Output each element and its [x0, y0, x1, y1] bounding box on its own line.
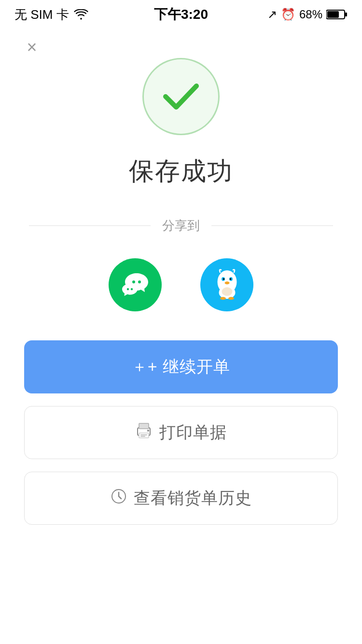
sim-text: 无 SIM 卡 — [14, 6, 69, 23]
share-divider: 分享到 — [0, 217, 362, 234]
divider-line-left — [29, 225, 151, 226]
close-button[interactable]: × — [19, 35, 44, 60]
status-left: 无 SIM 卡 — [14, 6, 88, 23]
checkmark-icon — [162, 82, 200, 111]
svg-point-17 — [228, 297, 234, 300]
share-icons-row — [109, 258, 253, 311]
svg-point-12 — [229, 278, 231, 280]
svg-rect-1 — [345, 13, 347, 16]
print-icon — [135, 422, 153, 443]
action-buttons: ＋ + 继续开单 打印单据 — [0, 340, 362, 525]
continue-icon: ＋ — [132, 356, 148, 378]
close-icon: × — [27, 39, 37, 56]
svg-rect-2 — [327, 11, 339, 18]
svg-rect-20 — [139, 433, 149, 438]
print-button[interactable]: 打印单据 — [24, 406, 338, 459]
battery-text: 68% — [299, 8, 322, 21]
svg-point-4 — [132, 280, 135, 283]
continue-button[interactable]: ＋ + 继续开单 — [24, 340, 338, 393]
svg-point-6 — [127, 288, 129, 290]
print-label: 打印单据 — [159, 421, 227, 444]
share-section: 分享到 — [0, 217, 362, 311]
continue-label: + 继续开单 — [148, 356, 230, 378]
svg-point-7 — [131, 288, 133, 290]
success-title: 保存成功 — [129, 154, 233, 188]
history-button[interactable]: 查看销货单历史 — [24, 472, 338, 525]
qq-share-button[interactable] — [200, 258, 253, 311]
alarm-icon: ⏰ — [281, 8, 295, 21]
svg-rect-21 — [140, 434, 147, 435]
history-icon — [111, 488, 127, 508]
main-content: 保存成功 分享到 — [0, 29, 362, 525]
location-icon: ↗ — [267, 8, 277, 21]
wifi-icon — [74, 9, 88, 20]
qq-icon — [211, 267, 243, 302]
svg-point-16 — [220, 297, 226, 300]
svg-rect-19 — [139, 423, 149, 429]
svg-point-10 — [223, 278, 224, 280]
wechat-icon — [118, 271, 152, 299]
divider-line-right — [211, 225, 333, 226]
svg-point-13 — [224, 281, 229, 284]
svg-point-15 — [222, 287, 232, 296]
status-bar: 无 SIM 卡 下午3:20 ↗ ⏰ 68% — [0, 0, 362, 29]
status-right: ↗ ⏰ 68% — [267, 8, 348, 21]
wechat-share-button[interactable] — [109, 258, 162, 311]
history-label: 查看销货单历史 — [134, 487, 252, 509]
share-label: 分享到 — [151, 217, 211, 234]
success-circle — [142, 58, 220, 135]
svg-rect-22 — [140, 436, 145, 437]
svg-point-5 — [138, 280, 141, 283]
svg-point-23 — [147, 430, 149, 432]
status-time: 下午3:20 — [154, 5, 208, 24]
battery-icon — [326, 9, 348, 20]
